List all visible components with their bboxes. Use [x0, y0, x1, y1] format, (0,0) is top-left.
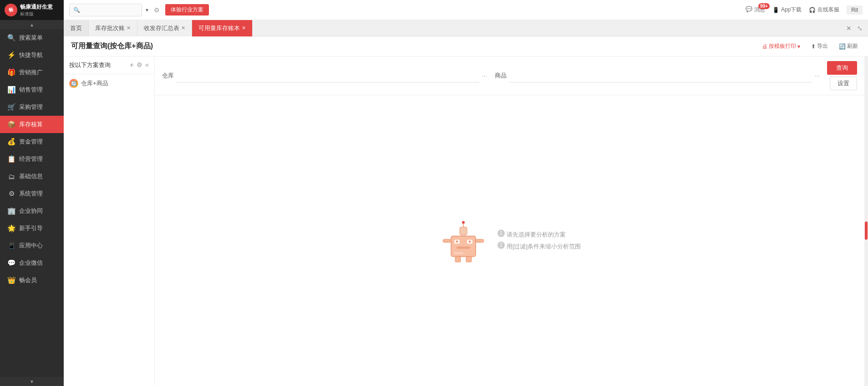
topbar-dropdown[interactable]: ▾ [146, 7, 148, 13]
hint-num-2: 2 [497, 242, 505, 249]
print-button[interactable]: 🖨 按模板打印 ▾ [759, 41, 803, 51]
tabs-expand-icon[interactable]: ⤡ [855, 24, 864, 33]
message-icon: 💬 [746, 6, 752, 14]
app-download-btn[interactable]: 📱 App下载 [772, 6, 802, 14]
svg-rect-5 [469, 241, 471, 242]
sidebar-item-label: 系统管理 [19, 190, 43, 198]
sidebar-item-purchase[interactable]: 🛒 采购管理 [0, 98, 64, 116]
sidebar-item-label: 经营管理 [19, 155, 43, 163]
sidebar-item-marketing[interactable]: 🎁 营销推广 [0, 64, 64, 81]
search-icon: 🔍 [7, 34, 15, 42]
tab-summary-label: 收发存汇总表 [144, 24, 179, 32]
refresh-icon: 🔄 [839, 43, 846, 50]
tab-available[interactable]: 可用量库存账本 ✕ [192, 20, 253, 36]
sidebar-item-operation[interactable]: 📋 经营管理 [0, 150, 64, 168]
user-name[interactable]: Rit [847, 5, 863, 15]
enterprise-icon: 🏢 [7, 207, 15, 215]
warehouse-label: 仓库 [162, 72, 174, 80]
sidebar-item-label: 应用中心 [19, 242, 43, 250]
svg-rect-9 [460, 227, 467, 235]
sidebar-item-member[interactable]: 👑 畅会员 [0, 272, 64, 289]
tab-summary-close[interactable]: ✕ [181, 25, 185, 31]
hint-num-1: 1 [497, 230, 505, 237]
hint-1: 请先选择要分析的方案 [507, 229, 566, 241]
topbar-search-icon: 🔍 [73, 7, 80, 13]
svg-rect-7 [443, 239, 451, 242]
customer-service-btn[interactable]: 🎧 在线客服 [809, 6, 839, 14]
member-icon: 👑 [7, 276, 15, 284]
sidebar-item-basic[interactable]: 🗂 基础信息 [0, 168, 64, 185]
svg-rect-4 [456, 241, 458, 242]
robot-svg [438, 216, 488, 266]
operation-icon: 📋 [7, 155, 15, 163]
sidebar-item-enterprise[interactable]: 🏢 企业协同 [0, 202, 64, 220]
sidebar-scroll-down[interactable]: ▼ [0, 377, 64, 386]
trial-button[interactable]: 体验行业方案 [165, 4, 209, 15]
warehouse-filter-group: 仓库 ··· [162, 69, 487, 82]
subtitle: 标准版 [20, 11, 53, 17]
filter-panel-header: 按以下方案查询 + ⚙ « [64, 57, 154, 74]
goods-more-icon[interactable]: ··· [814, 72, 820, 79]
company-name: 畅康通好生意 [20, 3, 53, 11]
sidebar-item-quicknav[interactable]: ⚡ 快捷导航 [0, 46, 64, 64]
tab-batch-close[interactable]: ✕ [127, 25, 131, 31]
query-button[interactable]: 查询 [827, 61, 857, 75]
print-icon: 🖨 [762, 43, 767, 50]
sidebar-item-appstore[interactable]: 📱 应用中心 [0, 237, 64, 254]
tabs-right-actions: ✕ ⤡ [841, 24, 868, 33]
quicknav-icon: ⚡ [7, 51, 15, 59]
topbar-gear-icon[interactable]: ⚙ [154, 6, 160, 14]
tab-batch[interactable]: 库存批次账 ✕ [89, 20, 137, 36]
sidebar-menu: 🔍 搜索菜单 ⚡ 快捷导航 🎁 营销推广 📊 销售管理 🛒 采购管理 📦 库存核… [0, 29, 64, 377]
sidebar-item-wechat[interactable]: 💬 企业微信 [0, 254, 64, 272]
dropdown-arrow-icon: ▾ [146, 7, 148, 13]
tabs-close-icon[interactable]: ✕ [844, 24, 853, 33]
tab-home-label: 首页 [70, 24, 82, 32]
sidebar-item-finance[interactable]: 💰 资金管理 [0, 133, 64, 150]
sidebar-header: 畅 畅康通好生意 标准版 [0, 0, 64, 20]
message-badge-wrap[interactable]: 💬 消息 99+ [746, 6, 765, 14]
sidebar-scroll-up[interactable]: ▲ [0, 20, 64, 29]
right-scrollbar[interactable] [864, 57, 868, 386]
empty-state: 1 请先选择要分析的方案 2 用[过滤]条件来缩小分析范围 [155, 95, 864, 386]
sidebar-item-newguide[interactable]: 🌟 新手引导 [0, 220, 64, 237]
filter-panel: 按以下方案查询 + ⚙ « 🔄 仓库+商品 [64, 57, 155, 386]
message-badge: 99+ [758, 3, 770, 9]
inventory-icon: 📦 [7, 120, 15, 129]
robot-illustration [438, 216, 488, 266]
export-button[interactable]: ⬆ 导出 [808, 41, 831, 51]
settings-button[interactable]: 设置 [830, 77, 857, 90]
sidebar-item-label: 销售管理 [19, 86, 43, 94]
sidebar-item-system[interactable]: ⚙ 系统管理 [0, 185, 64, 202]
export-label: 导出 [817, 42, 828, 50]
query-area: 仓库 ··· 商品 ··· 查询 设置 [155, 57, 864, 386]
topbar-search-box[interactable]: 🔍 [69, 4, 142, 16]
print-dropdown-icon: ▾ [797, 43, 800, 50]
warehouse-input[interactable] [177, 69, 479, 82]
tab-home[interactable]: 首页 [64, 20, 89, 36]
goods-input[interactable] [509, 69, 812, 82]
warehouse-more-icon[interactable]: ··· [482, 72, 487, 79]
sidebar-item-search[interactable]: 🔍 搜索菜单 [0, 29, 64, 46]
tab-available-close[interactable]: ✕ [242, 25, 246, 31]
empty-state-content: 1 请先选择要分析的方案 2 用[过滤]条件来缩小分析范围 [438, 216, 581, 266]
customer-service-label: 在线客服 [817, 6, 839, 14]
goods-filter-group: 商品 ··· [495, 69, 820, 82]
sidebar-item-sales[interactable]: 📊 销售管理 [0, 81, 64, 98]
marketing-icon: 🎁 [7, 68, 15, 77]
refresh-button[interactable]: 🔄 刷新 [836, 41, 861, 51]
topbar: 🔍 ▾ ⚙ 体验行业方案 💬 消息 99+ 📱 App下载 🎧 在线客服 Rit [64, 0, 868, 20]
sidebar-item-label: 采购管理 [19, 103, 43, 111]
scheme-settings-icon[interactable]: ⚙ [137, 61, 142, 69]
sidebar-item-label: 新手引导 [19, 224, 43, 232]
sidebar-item-label: 搜索菜单 [19, 34, 43, 42]
tab-summary[interactable]: 收发存汇总表 ✕ [137, 20, 192, 36]
add-scheme-button[interactable]: + [130, 61, 134, 69]
refresh-label: 刷新 [847, 42, 858, 50]
scheme-warehouse-goods[interactable]: 🔄 仓库+商品 [64, 74, 154, 93]
scheme-label: 仓库+商品 [81, 79, 108, 87]
collapse-panel-icon[interactable]: « [145, 61, 149, 69]
empty-text: 1 请先选择要分析的方案 2 用[过滤]条件来缩小分析范围 [497, 229, 581, 252]
main-area: 🔍 ▾ ⚙ 体验行业方案 💬 消息 99+ 📱 App下载 🎧 在线客服 Rit [64, 0, 868, 386]
sidebar-item-inventory[interactable]: 📦 库存核算 [0, 116, 64, 133]
